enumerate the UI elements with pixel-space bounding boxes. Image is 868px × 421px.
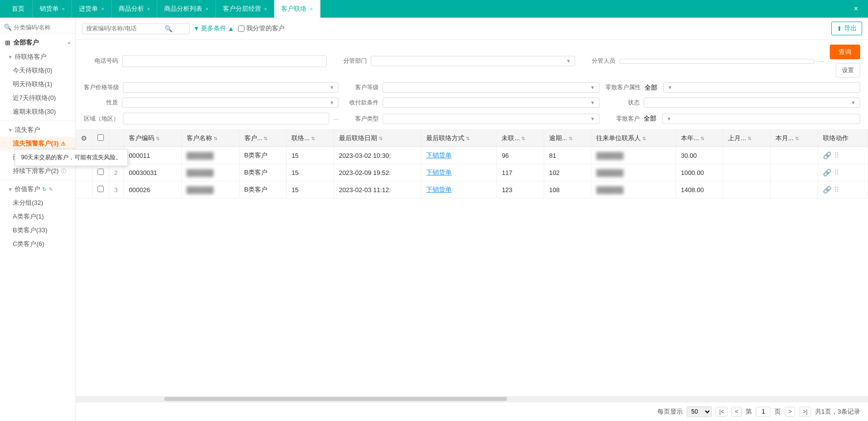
more-conditions-btn[interactable]: ▼ 更多条件 ▲ [193, 24, 234, 33]
col-this-year[interactable]: 本年... ⇅ [675, 130, 723, 147]
sidebar-item-7days-label: 近7天待联络(0) [13, 94, 56, 102]
pending-group-label: 待联络客户 [15, 52, 47, 61]
col-overdue[interactable]: 逾期... ⇅ [544, 130, 591, 147]
sidebar-item-7days[interactable]: 近7天待联络(0) [0, 91, 75, 105]
action-link-icon-0[interactable]: 🔗 [823, 151, 831, 159]
tab-purchase[interactable]: 进货单 × [72, 0, 111, 18]
settings-button[interactable]: 设置 [836, 63, 860, 77]
filter-payment-select[interactable]: ▼ [383, 98, 599, 108]
action-menu-icon-2[interactable]: ⠿ [834, 186, 839, 194]
filter-phone-input[interactable] [122, 55, 327, 67]
col-settings[interactable]: ⚙ [76, 130, 93, 147]
last-page-btn[interactable]: >| [799, 407, 811, 417]
tab-analysis-list[interactable]: 商品分析列表 × [157, 0, 216, 18]
filter-region-dots[interactable]: ··· [333, 115, 338, 123]
sidebar-item-loss-warning[interactable]: 流失预警客户(3) ⚠ [0, 137, 75, 150]
row-checkbox-2[interactable] [97, 186, 104, 192]
export-button[interactable]: ⬆ 导出 [831, 22, 862, 35]
tab-analysis-list-close[interactable]: × [205, 6, 208, 12]
next-page-btn[interactable]: > [785, 407, 795, 417]
sidebar-all-customers[interactable]: ⊞ 全部客户 « [0, 35, 75, 50]
filter-retail-customer-label: 零散客户 [605, 115, 640, 123]
filter-customer-type-select[interactable]: ▼ [383, 114, 599, 124]
tab-customer-link[interactable]: 客户联络 × [274, 0, 320, 18]
settings-gear-icon[interactable]: ⚙ [81, 134, 87, 142]
window-close-button[interactable]: × [848, 4, 864, 13]
tab-home[interactable]: 首页 [4, 0, 33, 18]
tab-sales-close[interactable]: × [62, 6, 65, 12]
search-icon-btn[interactable]: 🔍 [165, 25, 172, 32]
sort-icon-unit: ⇅ [642, 136, 646, 141]
prev-page-btn[interactable]: < [731, 407, 742, 417]
export-label: 导出 [844, 24, 857, 33]
col-last-month[interactable]: 上月... ⇅ [723, 130, 771, 147]
my-customers-checkbox-wrap[interactable]: 我分管的客户 [238, 24, 285, 33]
refresh-icon[interactable]: ↻ [42, 186, 47, 193]
col-type[interactable]: 客户... ⇅ [239, 130, 287, 147]
total-records: 共1页，3条记录 [815, 407, 860, 416]
cell-last-contact-way-1[interactable]: 下销货单 [421, 164, 497, 181]
filter-region-input[interactable] [123, 113, 329, 124]
tab-customer-link-close[interactable]: × [310, 6, 313, 12]
col-last-contact-way[interactable]: 最后联络方式 ⇅ [421, 130, 497, 147]
filter-dept-select[interactable]: ▼ [371, 56, 576, 66]
search-input[interactable] [86, 25, 165, 32]
sidebar-group-pending-header[interactable]: ▼ 待联络客户 [0, 50, 75, 64]
col-uncontacted[interactable]: 未联... ⇅ [497, 130, 544, 147]
per-page-select[interactable]: 50 100 200 [687, 406, 712, 417]
col-unit-contact[interactable]: 往来单位联系人 ⇅ [591, 130, 675, 147]
filter-person-dots[interactable]: ··· [819, 57, 824, 65]
col-contact[interactable]: 联络... ⇅ [287, 130, 334, 147]
filter-retail-customer-select[interactable]: ▼ [662, 114, 860, 124]
page-number-input[interactable] [756, 407, 771, 417]
row-checkbox-1[interactable] [97, 169, 104, 175]
filter-customer-level-select[interactable]: ▼ [383, 82, 599, 93]
col-action: 联络动作 [818, 130, 868, 147]
action-menu-icon-1[interactable]: ⠿ [834, 169, 839, 176]
sidebar-item-type-b-label: B类客户(33) [13, 226, 48, 235]
cell-last-contact-way-0[interactable]: 下销货单 [421, 147, 497, 164]
sort-icon-type: ⇅ [264, 136, 267, 141]
tab-analysis-close[interactable]: × [147, 6, 150, 12]
sidebar-item-tomorrow[interactable]: 明天待联络(1) [0, 77, 75, 91]
sidebar-search-input[interactable] [14, 24, 72, 31]
action-link-icon-2[interactable]: 🔗 [823, 186, 831, 194]
action-link-icon-1[interactable]: 🔗 [823, 169, 831, 176]
sidebar-item-type-a[interactable]: A类客户(1) [0, 210, 75, 223]
filter-dept-label: 分管部门 [333, 57, 367, 65]
filter-phone-label: 电话号码 [84, 57, 118, 65]
filter-price-level-select[interactable]: ▼ [123, 82, 338, 93]
scrollbar-thumb[interactable] [164, 397, 507, 401]
my-customers-checkbox[interactable] [238, 25, 244, 32]
edit-icon[interactable]: ✎ [48, 186, 53, 193]
tab-sales[interactable]: 销货单 × [33, 0, 72, 18]
sidebar-item-overdue[interactable]: 逾期未联络(30) [0, 105, 75, 119]
sidebar-group-lost-header[interactable]: ▼ 流失客户 [0, 123, 75, 137]
tab-customer-tier-close[interactable]: × [264, 6, 267, 12]
select-all-checkbox[interactable] [97, 134, 104, 141]
filter-gender-select[interactable]: ▼ [122, 98, 338, 108]
sidebar-collapse-btn[interactable]: « [68, 40, 71, 46]
tab-purchase-close[interactable]: × [101, 6, 104, 12]
col-this-month[interactable]: 本月... ⇅ [770, 130, 818, 147]
action-menu-icon-0[interactable]: ⠿ [834, 151, 839, 159]
filter-person-select[interactable] [619, 59, 815, 64]
cell-last-contact-way-2[interactable]: 下销货单 [421, 181, 497, 198]
first-page-btn[interactable]: |< [716, 407, 727, 417]
col-code[interactable]: 客户编码 ⇅ [124, 130, 182, 147]
query-button[interactable]: 查询 [830, 45, 860, 59]
horizontal-scrollbar[interactable] [76, 396, 868, 402]
filter-retail-attr-select[interactable]: ▼ [663, 82, 860, 93]
sidebar-item-type-c[interactable]: C类客户(6) [0, 237, 75, 251]
sidebar-group-value-header[interactable]: ▼ 价值客户 ↻ ✎ [0, 182, 75, 196]
sidebar-item-ungrouped[interactable]: 未分组(32) [0, 196, 75, 210]
cell-action-1: 🔗 ⠿ [818, 164, 868, 181]
sidebar-item-type-b[interactable]: B类客户(33) [0, 223, 75, 237]
tab-analysis[interactable]: 商品分析 × [112, 0, 157, 18]
tab-customer-tier[interactable]: 客户分层经营 × [216, 0, 274, 18]
col-name[interactable]: 客户名称 ⇅ [181, 130, 239, 147]
sidebar-item-declining[interactable]: 持续下滑客户(2) ⓘ [0, 164, 75, 178]
col-last-contact-date[interactable]: 最后联络日期 ⇅ [334, 130, 421, 147]
filter-status-select[interactable]: ▼ [644, 98, 860, 108]
sidebar-item-today[interactable]: 今天待联络(0) [0, 64, 75, 77]
